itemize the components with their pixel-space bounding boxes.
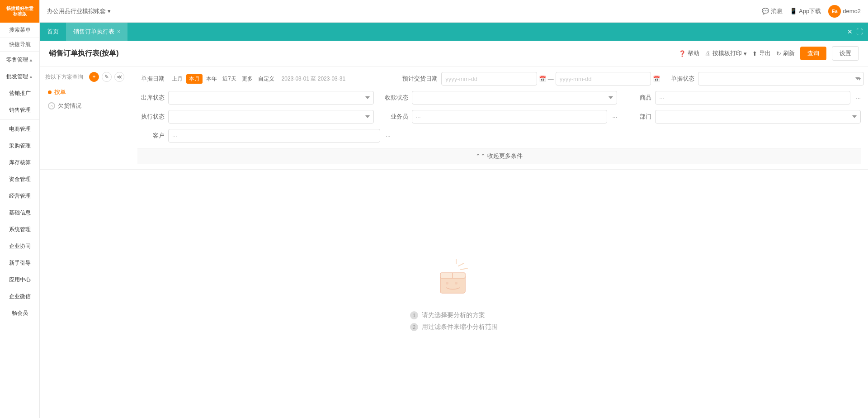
sidebar-item-wechat[interactable]: 企业微信	[0, 288, 39, 305]
goods-input[interactable]	[655, 91, 850, 104]
empty-illustration	[431, 257, 476, 302]
svg-line-4	[461, 268, 467, 270]
search-row-4: 客户 ···	[137, 129, 861, 142]
window-close-icon[interactable]: ✕	[847, 28, 853, 35]
payment-status-label: 收款状态	[381, 94, 408, 102]
filter-option-by-order[interactable]: 按单	[45, 86, 124, 99]
date-tab-this-year[interactable]: 本年	[204, 74, 219, 84]
calendar-icon-end[interactable]: 📅	[653, 76, 660, 82]
filter-option-dot	[48, 90, 52, 94]
svg-point-6	[446, 282, 448, 285]
expected-date-start-input[interactable]	[441, 72, 537, 86]
expected-date-range: 📅 — 📅	[441, 72, 660, 86]
user-profile[interactable]: Ea demo2	[828, 5, 861, 18]
tab-sales-exec[interactable]: 销售订单执行表 ×	[66, 23, 127, 41]
sidebar-item-wholesale[interactable]: 批发管理 ▲	[0, 68, 39, 85]
payment-status-select[interactable]	[412, 91, 618, 104]
customer-more-icon[interactable]: ···	[386, 133, 391, 139]
sidebar-item-appstore[interactable]: 应用中心	[0, 271, 39, 288]
app-download-label: App下载	[799, 7, 821, 15]
filter-icons: + ✎ ≪	[89, 72, 124, 82]
content-area: 销售订单执行表(按单) ❓ 帮助 🖨 按模板打印 ▾ ⬆ 导出 ↻ 刷新	[40, 41, 868, 418]
print-chevron-icon: ▾	[744, 50, 747, 57]
calendar-icon-start[interactable]: 📅	[539, 76, 546, 82]
goods-label: 商品	[624, 94, 651, 102]
tab-home-label: 首页	[47, 28, 59, 36]
filter-sidebar-title: 按以下方案查询 + ✎ ≪	[45, 72, 124, 82]
breadcrumb-chevron-icon: ▾	[108, 8, 111, 14]
collapse-button[interactable]: ⌃⌃ 收起更多条件	[137, 148, 861, 164]
empty-tips: 1 请先选择要分析的方案 2 用过滤条件来缩小分析范围	[410, 311, 498, 331]
date-tab-more[interactable]: 更多	[240, 74, 255, 84]
export-label: 导出	[759, 49, 771, 57]
date-label: 单据日期	[137, 75, 165, 83]
sidebar-item-vip[interactable]: 畅会员	[0, 305, 39, 322]
page-title: 销售订单执行表(按单)	[49, 49, 119, 58]
quick-nav[interactable]: 快捷导航	[0, 38, 39, 52]
tab-home[interactable]: 首页	[40, 23, 66, 41]
dept-select[interactable]	[655, 110, 861, 124]
sidebar-item-retail[interactable]: 零售管理 ▲	[0, 52, 39, 68]
status-label: 单据状态	[667, 75, 694, 83]
date-tab-custom[interactable]: 自定义	[256, 74, 276, 84]
delivery-status-select[interactable]	[168, 91, 374, 104]
main-area: 办公用品行业模拟账套 ▾ 💬 消息 📱 App下载 Ea demo2 首页	[40, 0, 868, 418]
print-label: 按模板打印	[712, 49, 742, 57]
goods-more-icon[interactable]: ···	[856, 95, 861, 101]
date-tab-last-month[interactable]: 上月	[170, 74, 184, 84]
expected-date-end-input[interactable]	[556, 72, 651, 86]
empty-tip-2: 2 用过滤条件来缩小分析范围	[410, 323, 498, 331]
sidebar-item-newbie[interactable]: 新手引导	[0, 255, 39, 271]
window-expand-icon[interactable]: ⛶	[856, 28, 863, 35]
search-menu[interactable]: 搜索菜单	[0, 23, 39, 38]
settings-button[interactable]: 设置	[832, 46, 859, 61]
delivery-status-label: 出库状态	[137, 94, 165, 102]
sidebar-item-purchase[interactable]: 采购管理	[0, 138, 39, 154]
breadcrumb-dropdown[interactable]: 办公用品行业模拟账套 ▾	[47, 7, 111, 15]
customer-input[interactable]	[168, 129, 380, 142]
refresh-button[interactable]: ↻ 刷新	[776, 49, 795, 57]
collapse-filter-button[interactable]: ≪	[114, 72, 124, 82]
message-button[interactable]: 💬 消息	[762, 7, 783, 15]
page-actions: ❓ 帮助 🖨 按模板打印 ▾ ⬆ 导出 ↻ 刷新 查询 设置	[679, 46, 859, 61]
sidebar-item-basic[interactable]: 基础信息	[0, 204, 39, 221]
status-chevron-icon: ▾	[859, 76, 861, 81]
sidebar-item-enterprise[interactable]: 企业协同	[0, 238, 39, 255]
exec-status-select[interactable]	[168, 110, 374, 124]
tab-close-icon[interactable]: ×	[117, 28, 120, 35]
help-button[interactable]: ❓ 帮助	[679, 49, 699, 57]
salesman-more-icon[interactable]: ···	[613, 114, 618, 120]
message-label: 消息	[771, 7, 783, 15]
empty-state: 1 请先选择要分析的方案 2 用过滤条件来缩小分析范围	[40, 170, 868, 418]
app-download-button[interactable]: 📱 App下载	[790, 7, 821, 15]
sidebar-item-inventory[interactable]: 库存核算	[0, 154, 39, 171]
app-logo[interactable]: 畅捷通好生意 标准版	[0, 0, 39, 23]
query-button[interactable]: 查询	[800, 47, 826, 60]
exec-status-label: 执行状态	[137, 113, 165, 121]
salesman-input[interactable]	[412, 110, 607, 124]
date-tab-this-month[interactable]: 本月	[186, 74, 203, 84]
sidebar-item-ecommerce[interactable]: 电商管理	[0, 121, 39, 138]
avatar: Ea	[828, 5, 841, 18]
retail-expand-icon: ▲	[29, 57, 33, 62]
search-panel: 按以下方案查询 + ✎ ≪ 按单 ○ 欠货情况	[40, 66, 868, 170]
sidebar-item-finance[interactable]: 资金管理	[0, 171, 39, 188]
print-button[interactable]: 🖨 按模板打印 ▾	[705, 49, 747, 57]
sidebar-item-system[interactable]: 系统管理	[0, 221, 39, 238]
sidebar-item-marketing[interactable]: 营销推广	[0, 85, 39, 102]
date-tab-7days[interactable]: 近7天	[221, 74, 238, 84]
sidebar-item-operation[interactable]: 经营管理	[0, 188, 39, 204]
filter-option-by-debt[interactable]: ○ 欠货情况	[45, 99, 124, 113]
edit-filter-button[interactable]: ✎	[102, 72, 112, 82]
svg-line-3	[458, 263, 464, 266]
sidebar-item-sales[interactable]: 销售管理	[0, 102, 39, 119]
tip-text-1: 请先选择要分析的方案	[422, 311, 485, 319]
collapse-chevron-icon: ⌃⌃	[476, 153, 486, 160]
export-icon: ⬆	[752, 50, 757, 57]
export-button[interactable]: ⬆ 导出	[752, 49, 771, 57]
topbar-right: 💬 消息 📱 App下载 Ea demo2	[762, 5, 861, 18]
status-select[interactable]	[698, 72, 864, 86]
add-filter-button[interactable]: +	[89, 72, 99, 82]
payment-status-field: 收款状态	[381, 91, 618, 104]
topbar-left: 办公用品行业模拟账套 ▾	[47, 7, 111, 15]
